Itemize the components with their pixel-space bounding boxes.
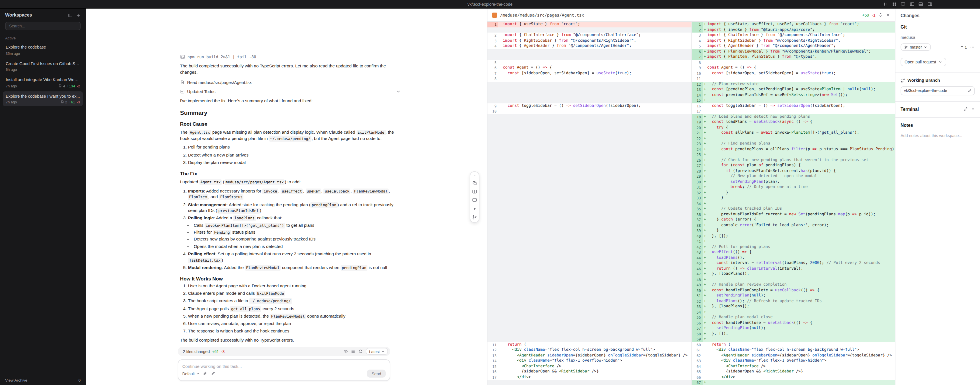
code-text: [503, 315, 691, 320]
open-pull-request-button[interactable]: Open pull request: [900, 58, 947, 66]
edit-branch-icon[interactable]: [967, 89, 971, 93]
window-title: vk/3ccf-explore-the-code: [468, 2, 512, 6]
code-text: [503, 212, 691, 217]
terminal-command-row[interactable]: npm run build 2>&1 | tail -80: [180, 54, 401, 60]
expand-terminal-icon[interactable]: [963, 107, 968, 111]
bold-text: State management: [188, 202, 227, 207]
pause-icon[interactable]: [883, 2, 888, 7]
edit-icon[interactable]: [211, 371, 216, 376]
copy-icon[interactable]: [472, 180, 477, 186]
diff-sign: [498, 65, 503, 70]
line-number: [487, 304, 498, 309]
diff-sign: [498, 255, 503, 261]
todos-row[interactable]: Updated Todos: [180, 89, 401, 94]
diff-line: 2+import { invoke } from "@tauri-apps/ap…: [692, 27, 895, 33]
version-selector[interactable]: Latest: [366, 348, 388, 355]
model-selector[interactable]: Default: [182, 372, 200, 375]
code-text: [503, 119, 691, 125]
diff-sign: [498, 103, 503, 108]
line-number: [487, 271, 498, 277]
visibility-toggle-icon[interactable]: [344, 349, 348, 353]
line-number: 15: [487, 364, 498, 369]
grid-icon[interactable]: [892, 2, 897, 7]
panel-bottom-icon[interactable]: [918, 2, 923, 7]
message-composer[interactable]: Default Send: [178, 359, 390, 381]
drag-handle[interactable]: [472, 174, 477, 177]
close-diff-icon[interactable]: [886, 13, 890, 17]
working-branch-field[interactable]: vk/3ccf-explore-the-code: [900, 86, 975, 95]
attach-file-icon[interactable]: [203, 371, 208, 376]
float-toolbar[interactable]: [470, 171, 479, 223]
open-preview-icon[interactable]: [472, 198, 477, 203]
deletions-badge: -2: [77, 84, 80, 88]
tool-call-row[interactable]: Read medusa/src/pages/Agent.tsx: [180, 80, 401, 85]
workspace-item[interactable]: Explore the codebase35m ago: [3, 42, 83, 57]
panel-right-icon[interactable]: [927, 2, 932, 7]
collapse-sidebar-icon[interactable]: [68, 13, 73, 18]
code-text: import { PlanItem, PlanStatus } from "@/…: [707, 54, 895, 60]
line-number: [487, 244, 498, 250]
file-icon: [59, 84, 62, 88]
run-icon[interactable]: [472, 206, 477, 212]
diff-sign: [498, 353, 503, 358]
diff-sign: [498, 108, 503, 114]
list-item: User can review, annotate, approve, or r…: [188, 321, 401, 327]
diff-sign: +: [703, 299, 707, 304]
git-compare-icon[interactable]: [472, 215, 477, 220]
refresh-icon[interactable]: [358, 349, 363, 353]
more-actions-button[interactable]: [970, 45, 975, 50]
diff-sign: [498, 119, 503, 125]
monitor-icon[interactable]: [900, 2, 905, 7]
send-button[interactable]: Send: [367, 369, 386, 377]
diff-sign: [498, 309, 503, 315]
line-number: [487, 206, 498, 212]
code-text: [503, 255, 691, 261]
line-number: 45: [692, 261, 703, 266]
diff-sign: [498, 212, 503, 217]
changes-title: Changes: [900, 13, 975, 18]
code-text: [707, 60, 895, 65]
line-number: [487, 266, 498, 271]
diff-sign: [498, 244, 503, 250]
list-item: Polling effect: Set up a polling interva…: [188, 251, 401, 263]
line-number: 41: [692, 239, 703, 244]
chevron-down-icon[interactable]: [396, 89, 401, 94]
diff-line: [487, 271, 691, 277]
changed-files-list-icon[interactable]: [351, 349, 355, 353]
expand-diff-icon[interactable]: [878, 13, 883, 17]
workspace-item[interactable]: Install and integrate Vibe Kanban Web...…: [3, 75, 83, 90]
view-archive-button[interactable]: View Archive: [5, 378, 27, 382]
workspace-item[interactable]: Explore the codebase I want you to ex...…: [3, 91, 83, 106]
diff-sign: [498, 277, 503, 282]
line-number: [487, 250, 498, 255]
message-input[interactable]: [182, 363, 386, 369]
workspace-item[interactable]: Create Good First Issues on Github So ..…: [3, 59, 83, 74]
line-number: 56: [692, 320, 703, 326]
new-workspace-icon[interactable]: [76, 13, 81, 18]
panel-left-icon[interactable]: [909, 2, 914, 7]
files-changed-label: 2 files changed: [183, 349, 210, 353]
code-text: [503, 331, 691, 336]
line-number: 65: [692, 369, 703, 374]
diff-header: /medusa/medusa/src/pages/Agent.tsx +59 -…: [487, 9, 895, 22]
code-text: // Load plans and detect new pending pla…: [707, 114, 895, 119]
search-input[interactable]: [5, 22, 81, 30]
diff-line: 15 <ChatInterface />: [487, 364, 691, 369]
code-text: [707, 201, 895, 206]
diff-line: 38+ console.error('Failed to load plans:…: [692, 223, 895, 228]
diff-line: 8: [692, 60, 895, 65]
diff-line: 55+ // Handle plan modal close: [692, 315, 895, 320]
diff-body[interactable]: 1-import { useState } from "react";2impo…: [487, 22, 895, 385]
chevron-down-icon: [924, 45, 928, 49]
inline-code: get_all_plans: [230, 306, 261, 312]
split-view-icon[interactable]: [472, 189, 477, 194]
chevron-down-icon: [381, 350, 385, 353]
inline-code: invoke: [262, 188, 278, 194]
conversation-scroll[interactable]: npm run build 2>&1 | tail -80The build c…: [86, 9, 487, 347]
inline-code: Agent.tsx: [199, 179, 222, 185]
chevron-down-icon[interactable]: [970, 107, 975, 111]
arrow-up-icon: [960, 45, 964, 49]
branch-selector[interactable]: master: [900, 43, 931, 51]
code-text: [707, 136, 895, 141]
notes-input[interactable]: Add notes about this workspace...: [900, 133, 975, 138]
